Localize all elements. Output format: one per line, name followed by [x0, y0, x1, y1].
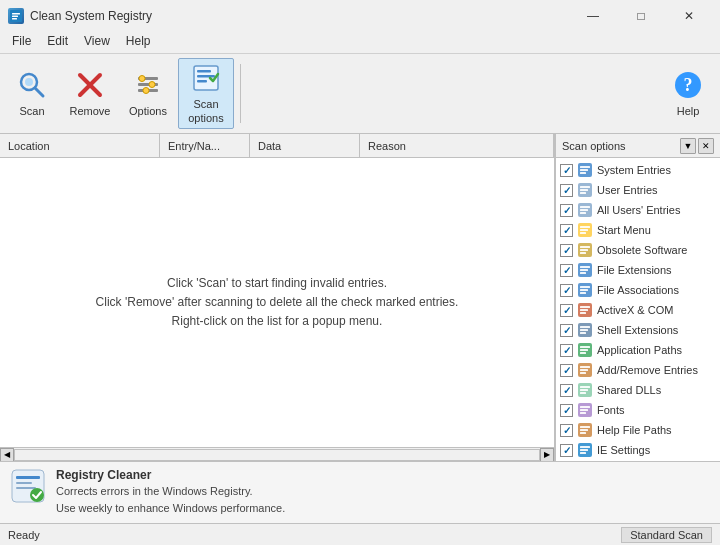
svg-rect-35: [580, 229, 588, 231]
svg-rect-56: [580, 332, 586, 334]
info-panel: Registry Cleaner Corrects errors in the …: [0, 461, 720, 523]
scan-label: Scan: [19, 105, 44, 118]
menu-file[interactable]: File: [4, 32, 39, 51]
menu-edit[interactable]: Edit: [39, 32, 76, 51]
scan-option-item[interactable]: ✓ User Entries: [556, 180, 720, 200]
svg-rect-16: [197, 70, 211, 73]
status-right: Standard Scan: [621, 527, 712, 543]
scan-options-title: Scan options: [562, 140, 626, 152]
scroll-right-button[interactable]: ▶: [540, 448, 554, 462]
svg-rect-17: [197, 75, 215, 78]
scan-option-item[interactable]: ✓ All Users' Entries: [556, 200, 720, 220]
scan-option-item[interactable]: ✓ Application Paths: [556, 340, 720, 360]
svg-rect-39: [580, 249, 588, 251]
scan-opt-icon: [577, 282, 593, 298]
maximize-button[interactable]: □: [618, 6, 664, 26]
h-scrollbar: ◀ ▶: [0, 447, 554, 461]
svg-rect-67: [580, 389, 588, 391]
scan-option-item[interactable]: ✓ IE Settings: [556, 440, 720, 460]
svg-rect-60: [580, 352, 586, 354]
scan-option-item[interactable]: ✓ Shared DLLs: [556, 380, 720, 400]
scan-option-item[interactable]: ✓ File Extensions: [556, 260, 720, 280]
scan-option-item[interactable]: ✓ Start Menu: [556, 220, 720, 240]
scan-option-item[interactable]: ✓ ActiveX & COM: [556, 300, 720, 320]
scan-opt-checkbox[interactable]: ✓: [560, 364, 573, 377]
svg-line-5: [35, 88, 43, 96]
svg-rect-26: [580, 186, 590, 188]
svg-rect-31: [580, 209, 588, 211]
close-button[interactable]: ✕: [666, 6, 712, 26]
col-header-reason[interactable]: Reason: [360, 134, 554, 157]
scan-option-item[interactable]: ✓ File Associations: [556, 280, 720, 300]
scan-opt-checkbox[interactable]: ✓: [560, 444, 573, 457]
scan-opt-checkbox[interactable]: ✓: [560, 304, 573, 317]
options-label: Options: [129, 105, 167, 118]
scan-options-button[interactable]: Scanoptions: [178, 58, 234, 129]
scan-opt-checkbox[interactable]: ✓: [560, 344, 573, 357]
svg-rect-46: [580, 286, 590, 288]
hint-line2: Click 'Remove' after scanning to delete …: [96, 293, 459, 312]
scan-opt-icon: [577, 202, 593, 218]
svg-rect-59: [580, 349, 588, 351]
scan-opt-checkbox[interactable]: ✓: [560, 424, 573, 437]
scan-opt-label: Obsolete Software: [597, 244, 688, 256]
svg-rect-47: [580, 289, 588, 291]
scan-opt-checkbox[interactable]: ✓: [560, 184, 573, 197]
remove-button[interactable]: Remove: [62, 58, 118, 129]
svg-rect-82: [16, 476, 40, 479]
scan-opt-label: All Users' Entries: [597, 204, 680, 216]
help-icon: ?: [672, 69, 704, 101]
hint-line1: Click 'Scan' to start finding invalid en…: [96, 274, 459, 293]
info-title: Registry Cleaner: [56, 468, 285, 482]
scan-opt-checkbox[interactable]: ✓: [560, 244, 573, 257]
status-bar: Ready Standard Scan: [0, 523, 720, 545]
svg-rect-54: [580, 326, 590, 328]
info-desc1: Corrects errors in the Windows Registry.: [56, 484, 285, 499]
scroll-left-button[interactable]: ◀: [0, 448, 14, 462]
col-header-location[interactable]: Location: [0, 134, 160, 157]
svg-rect-79: [580, 449, 588, 451]
svg-rect-44: [580, 272, 586, 274]
scan-options-dropdown[interactable]: ▼: [680, 138, 696, 154]
info-desc2: Use weekly to enhance Windows performanc…: [56, 501, 285, 516]
options-button[interactable]: Options: [120, 58, 176, 129]
scan-options-close[interactable]: ✕: [698, 138, 714, 154]
scan-option-item[interactable]: ✓ System Entries: [556, 160, 720, 180]
svg-rect-32: [580, 212, 586, 214]
scan-opt-icon: [577, 222, 593, 238]
svg-point-14: [143, 87, 149, 93]
list-header: Location Entry/Na... Data Reason: [0, 134, 554, 158]
scan-opt-checkbox[interactable]: ✓: [560, 224, 573, 237]
scan-opt-checkbox[interactable]: ✓: [560, 204, 573, 217]
scan-option-item[interactable]: ✓ Obsolete Software: [556, 240, 720, 260]
scan-opt-checkbox[interactable]: ✓: [560, 404, 573, 417]
scan-option-item[interactable]: ✓ Add/Remove Entries: [556, 360, 720, 380]
scan-opt-checkbox[interactable]: ✓: [560, 384, 573, 397]
scan-option-item[interactable]: ✓ Help File Paths: [556, 420, 720, 440]
scan-opt-checkbox[interactable]: ✓: [560, 264, 573, 277]
main-area: Location Entry/Na... Data Reason Click '…: [0, 134, 720, 461]
scan-opt-label: Shared DLLs: [597, 384, 661, 396]
scan-opt-label: System Entries: [597, 164, 671, 176]
remove-label: Remove: [70, 105, 111, 118]
scan-opt-checkbox[interactable]: ✓: [560, 284, 573, 297]
svg-rect-1: [12, 13, 20, 15]
svg-rect-75: [580, 429, 588, 431]
scan-options-list[interactable]: ✓ System Entries✓ User Entries✓ All User…: [556, 158, 720, 461]
col-header-data[interactable]: Data: [250, 134, 360, 157]
scan-opt-checkbox[interactable]: ✓: [560, 164, 573, 177]
svg-rect-2: [12, 16, 18, 18]
scan-button[interactable]: Scan: [4, 58, 60, 129]
menu-help[interactable]: Help: [118, 32, 159, 51]
help-button[interactable]: ? Help: [660, 64, 716, 123]
col-header-entry[interactable]: Entry/Na...: [160, 134, 250, 157]
minimize-button[interactable]: —: [570, 6, 616, 26]
scan-option-item[interactable]: ✓ Fonts: [556, 400, 720, 420]
h-scroll-track[interactable]: [14, 449, 540, 461]
scan-options-header: Scan options ▼ ✕: [556, 134, 720, 158]
svg-rect-43: [580, 269, 588, 271]
menu-view[interactable]: View: [76, 32, 118, 51]
scan-opt-checkbox[interactable]: ✓: [560, 324, 573, 337]
svg-rect-48: [580, 292, 586, 294]
scan-option-item[interactable]: ✓ Shell Extensions: [556, 320, 720, 340]
